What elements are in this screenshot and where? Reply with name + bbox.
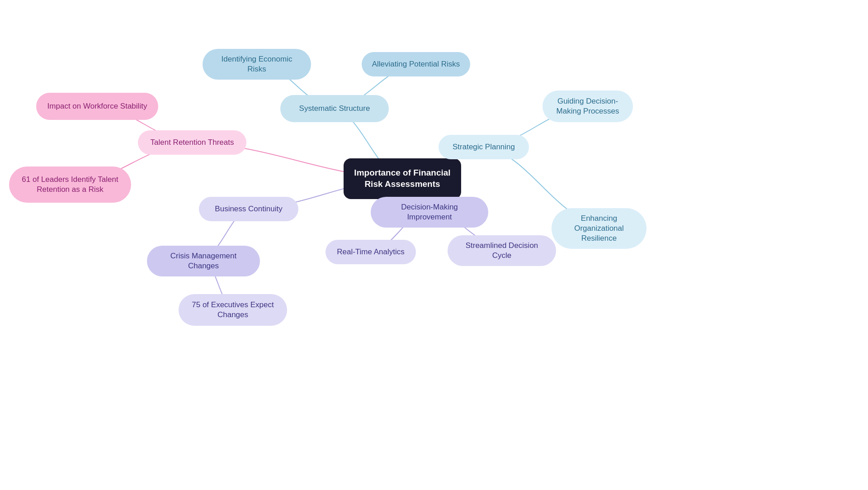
crisis-management-changes: Crisis Management Changes (147, 246, 260, 276)
streamlined-decision-cycle: Streamlined Decision Cycle (448, 235, 556, 266)
enhancing-organizational-resilience: Enhancing Organizational Resilience (552, 208, 646, 249)
alleviating-potential-risks: Alleviating Potential Risks (362, 52, 470, 76)
mind-map-container: Importance of Financial Risk Assessments… (0, 0, 868, 490)
guiding-decision-making: Guiding Decision-Making Processes (542, 90, 633, 122)
systematic-structure: Systematic Structure (280, 95, 389, 122)
impact-on-workforce-stability: Impact on Workforce Stability (36, 93, 158, 120)
identifying-economic-risks: Identifying Economic Risks (203, 49, 311, 80)
center-node: Importance of Financial Risk Assessments (344, 158, 461, 199)
decision-making-improvement: Decision-Making Improvement (371, 197, 488, 228)
executives-expect-changes: 75 of Executives Expect Changes (179, 294, 287, 326)
business-continuity: Business Continuity (199, 197, 298, 221)
strategic-planning: Strategic Planning (439, 135, 529, 159)
real-time-analytics: Real-Time Analytics (326, 240, 416, 264)
leaders-identify-talent: 61 of Leaders Identify Talent Retention … (9, 167, 131, 203)
talent-retention-threats: Talent Retention Threats (138, 130, 246, 155)
